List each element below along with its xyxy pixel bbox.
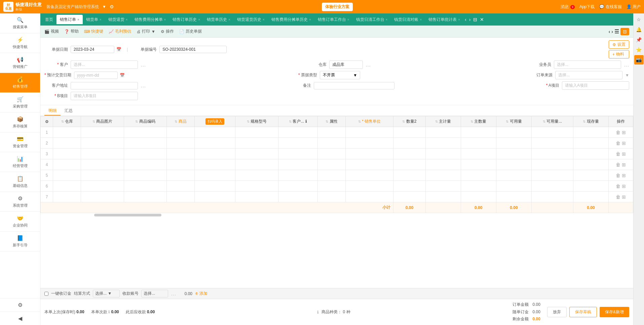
row3-attr[interactable] bbox=[317, 149, 345, 159]
row4-spec[interactable] bbox=[235, 159, 278, 170]
row5-qty2[interactable] bbox=[393, 170, 425, 181]
row3-avail[interactable] bbox=[496, 149, 531, 159]
row1-qty2[interactable] bbox=[393, 127, 425, 138]
row3-mqty[interactable] bbox=[461, 149, 496, 159]
th-image[interactable]: ⇅ 商品图片 bbox=[81, 116, 124, 127]
row7-stock[interactable] bbox=[573, 192, 608, 202]
th-spec[interactable]: ⇅ 规格型号 bbox=[235, 116, 278, 127]
row7-ccode[interactable] bbox=[278, 192, 317, 202]
row1-code[interactable] bbox=[124, 127, 167, 138]
row1-delete-icon[interactable]: 🗑 bbox=[616, 130, 620, 135]
discount-info-icon[interactable]: ℹ bbox=[108, 310, 110, 314]
row6-product[interactable] bbox=[167, 181, 195, 192]
profit-btn[interactable]: 📈 毛利预估 bbox=[109, 29, 131, 34]
delivery-calendar-icon[interactable]: 📅 bbox=[120, 73, 125, 78]
tab-stats[interactable]: 销售订单统计表 × bbox=[425, 15, 463, 24]
row2-ccode[interactable] bbox=[278, 138, 317, 149]
sidebar-item-nav[interactable]: ⚡ 快捷导航 bbox=[0, 33, 40, 53]
row4-attr[interactable] bbox=[317, 159, 345, 170]
row1-stock[interactable] bbox=[573, 127, 608, 138]
row7-image[interactable] bbox=[81, 192, 124, 202]
tab-summary[interactable]: 汇总 bbox=[61, 107, 77, 116]
layout-btn[interactable]: ☰ bbox=[614, 28, 619, 35]
row7-avail[interactable] bbox=[496, 192, 531, 202]
tab-return-close[interactable]: × bbox=[126, 18, 128, 22]
online-service-btn[interactable]: 💬 在线客服 bbox=[599, 4, 621, 10]
row3-ccode[interactable] bbox=[278, 149, 317, 159]
settings-form-btn[interactable]: ⚙ 设置 bbox=[609, 40, 629, 49]
sidebar-item-purchase[interactable]: 🛒 采购管理 bbox=[0, 93, 40, 113]
row2-code[interactable] bbox=[124, 138, 167, 149]
row2-avail2[interactable] bbox=[532, 138, 573, 149]
tab-sales-ship[interactable]: 销货单 × bbox=[83, 15, 105, 24]
b-project-input[interactable]: 请输入B项目 bbox=[71, 92, 138, 100]
th-qty2[interactable]: ⇅ 数量2 bbox=[393, 116, 425, 127]
row1-main-qty[interactable] bbox=[461, 127, 496, 138]
th-main-qty[interactable]: ⇅ 主数量 bbox=[461, 116, 496, 127]
row2-image[interactable] bbox=[81, 138, 124, 149]
row6-stock[interactable] bbox=[573, 181, 608, 192]
th-unit[interactable]: ⇅ * 销售单位 bbox=[345, 116, 393, 127]
prev-record-btn[interactable]: ‹ bbox=[609, 28, 610, 35]
save-draft-btn[interactable]: 保存草稿 bbox=[569, 307, 597, 317]
tab-return[interactable]: 销货退货 × bbox=[105, 15, 131, 24]
tab-sales-order-close[interactable]: × bbox=[77, 18, 79, 22]
row1-available[interactable] bbox=[496, 127, 531, 138]
row1-customer-code[interactable] bbox=[278, 127, 317, 138]
row7-code[interactable] bbox=[124, 192, 167, 202]
row7-delete-icon[interactable]: 🗑 bbox=[616, 194, 620, 200]
row4-scan[interactable] bbox=[195, 159, 235, 170]
sidebar-item-settings[interactable]: ⚙ bbox=[0, 298, 40, 312]
row7-qty2[interactable] bbox=[393, 192, 425, 202]
remark-input[interactable] bbox=[314, 82, 394, 89]
th-code[interactable]: ⇅ 商品编码 bbox=[124, 116, 167, 127]
row2-avail[interactable] bbox=[496, 138, 531, 149]
row1-warehouse[interactable] bbox=[53, 127, 81, 138]
tab-cash-reconcile-close[interactable]: × bbox=[420, 18, 422, 22]
sidebar-item-sales[interactable]: 💰 销售管理 bbox=[0, 73, 40, 93]
th-stock[interactable]: ⇅ 现存量 bbox=[573, 116, 608, 127]
row5-avail2[interactable] bbox=[532, 170, 573, 181]
settings-icon[interactable]: ⚙ bbox=[110, 4, 114, 9]
row6-avail2[interactable] bbox=[532, 181, 573, 192]
row4-ccode[interactable] bbox=[278, 159, 317, 170]
row2-qty2[interactable] bbox=[393, 138, 425, 149]
print-btn[interactable]: 🖨 打印 ▼ bbox=[137, 29, 155, 34]
tab-expense-close[interactable]: × bbox=[164, 18, 166, 22]
tab-ship-history-close[interactable]: × bbox=[228, 18, 230, 22]
row7-mqty[interactable] bbox=[461, 192, 496, 202]
row5-product[interactable] bbox=[167, 170, 195, 181]
expand-icon[interactable]: ▼ bbox=[102, 4, 106, 9]
right-panel-bookmark[interactable]: ⭐ bbox=[634, 45, 644, 54]
row4-avail[interactable] bbox=[496, 159, 531, 170]
th-warehouse[interactable]: ⇅ 仓库 bbox=[53, 116, 81, 127]
tab-order-workbench[interactable]: 销售订单工作台 × bbox=[314, 15, 353, 24]
save-new-btn[interactable]: 保存&新增 bbox=[600, 307, 629, 317]
row2-warehouse[interactable] bbox=[53, 138, 81, 149]
row4-mqty[interactable] bbox=[461, 159, 496, 170]
row2-scan[interactable] bbox=[195, 138, 235, 149]
row1-scan[interactable] bbox=[195, 127, 235, 138]
warehouse-input[interactable]: 成品库 bbox=[329, 60, 363, 69]
row3-unit[interactable] bbox=[345, 149, 393, 159]
row2-attr[interactable] bbox=[317, 138, 345, 149]
invoice-select[interactable]: 不开票 ▼ bbox=[320, 71, 360, 79]
warehouse-dots[interactable]: … bbox=[366, 62, 371, 68]
tab-return-history[interactable]: 销货退货历史 × bbox=[234, 15, 268, 24]
row2-unit[interactable] bbox=[345, 138, 393, 149]
customer-dots[interactable]: … bbox=[141, 62, 146, 68]
row2-mqty[interactable] bbox=[461, 138, 496, 149]
one-click-checkbox[interactable] bbox=[44, 292, 48, 296]
date-input[interactable]: 2023-03-24 bbox=[71, 46, 114, 53]
row7-product[interactable] bbox=[167, 192, 195, 202]
row4-delete-icon[interactable]: 🗑 bbox=[616, 162, 620, 167]
tab-more-btn[interactable]: ✕ bbox=[479, 17, 485, 22]
split-btn[interactable]: ⊟ bbox=[620, 28, 629, 35]
row2-product[interactable] bbox=[167, 138, 195, 149]
row4-unit[interactable] bbox=[345, 159, 393, 170]
right-panel-pin[interactable]: 📌 bbox=[634, 35, 644, 44]
row2-delete-icon[interactable]: 🗑 bbox=[616, 140, 620, 146]
operation-btn[interactable]: ⚙ 操作 bbox=[161, 29, 174, 34]
row4-munit[interactable] bbox=[425, 159, 461, 170]
order-source-input[interactable]: 选择... bbox=[555, 71, 622, 79]
